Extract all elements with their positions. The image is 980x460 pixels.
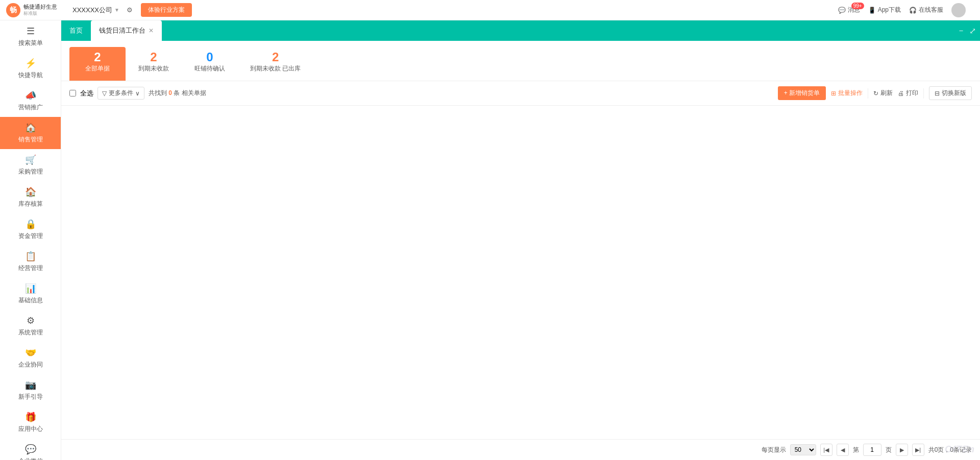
- per-page-select[interactable]: 50 100 200: [790, 444, 816, 455]
- search-menu-icon: ☰: [27, 26, 35, 37]
- toolbar-divider: [868, 88, 868, 99]
- total-label: 共0页，0条记录: [928, 446, 972, 454]
- tab-maximize-btn[interactable]: ⤢: [969, 26, 976, 36]
- tab-minimize-btn[interactable]: －: [957, 26, 965, 36]
- filter-icon: ▽: [102, 90, 107, 97]
- switch-version-btn[interactable]: ⊟ 切换新版: [929, 86, 972, 100]
- message-action[interactable]: 💬 消息 99+: [838, 6, 860, 14]
- toolbar-left: 全选 ▽ 更多条件 ∨ 共找到 0 条 相关单据: [69, 87, 772, 100]
- sidebar-item-beginner[interactable]: 📷 新手引导: [0, 374, 61, 406]
- top-header: 畅 畅捷通好生意 标准版 XXXXXX公司 ▼ ⚙ 体验行业方案 💬 消息 99…: [0, 0, 980, 20]
- filter-arrow: ∨: [135, 90, 140, 97]
- online-service-action[interactable]: 🎧 在线客服: [909, 6, 943, 14]
- found-prefix: 共找到: [149, 89, 167, 96]
- switch-icon: ⊟: [935, 90, 940, 97]
- stat-num-overdue-unpaid: 2: [138, 50, 169, 64]
- sidebar-item-operations[interactable]: 📋 经营管理: [0, 246, 61, 278]
- quick-nav-icon: ⚡: [25, 58, 36, 69]
- trial-btn[interactable]: 体验行业方案: [141, 3, 192, 17]
- company-name: XXXXXX公司: [72, 6, 112, 15]
- stat-card-overdue-unpaid[interactable]: 2 到期未收款: [126, 47, 182, 81]
- tab-workbench[interactable]: 钱货日清工作台 ✕: [91, 20, 162, 41]
- stat-num-wangpu: 0: [194, 50, 226, 64]
- sidebar-label-purchase: 采购管理: [18, 167, 43, 176]
- message-icon: 💬: [838, 7, 846, 14]
- sidebar-label-system: 系统管理: [18, 328, 43, 337]
- company-selector[interactable]: XXXXXX公司 ▼: [72, 6, 119, 15]
- wechat-icon: 💬: [25, 444, 36, 455]
- marketing-icon: 📣: [25, 90, 36, 101]
- stat-num-overdue-unshipped: 2: [250, 50, 301, 64]
- sidebar-item-basic-info[interactable]: 📊 基础信息: [0, 278, 61, 310]
- stat-num-all: 2: [82, 50, 113, 64]
- sidebar-item-purchase[interactable]: 🛒 采购管理: [0, 149, 61, 181]
- logo-sub: 标准版: [23, 10, 57, 17]
- sidebar-item-search-menu[interactable]: ☰ 搜索菜单: [0, 20, 61, 53]
- header-right: 💬 消息 99+ 📱 App下载 🎧 在线客服: [838, 3, 974, 17]
- new-sales-btn[interactable]: + 新增销货单: [778, 86, 826, 100]
- tab-bar: 首页 钱货日清工作台 ✕ － ⤢: [61, 20, 980, 41]
- sidebar-item-quick-nav[interactable]: ⚡ 快捷导航: [0, 53, 61, 85]
- layout: ☰ 搜索菜单 ⚡ 快捷导航 📣 营销推广 🏠 销售管理 🛒 采购管理 🏠 库存核…: [0, 20, 980, 460]
- sidebar: ☰ 搜索菜单 ⚡ 快捷导航 📣 营销推广 🏠 销售管理 🛒 采购管理 🏠 库存核…: [0, 20, 61, 460]
- settings-icon[interactable]: ⚙: [122, 3, 137, 17]
- tab-close-workbench[interactable]: ✕: [149, 27, 154, 34]
- next-page-btn[interactable]: ▶: [896, 444, 908, 456]
- toolbar-right: + 新增销货单 ⊞ 批量操作 ↻ 刷新 🖨 打印: [778, 86, 972, 100]
- print-btn[interactable]: 🖨 打印: [898, 89, 918, 98]
- content-area: 2 全部单据 2 到期未收款 0 旺铺待确认 2 到期未收款 已出库: [61, 41, 980, 460]
- page-input[interactable]: [863, 444, 881, 456]
- found-count: 0: [168, 89, 172, 96]
- per-page-label: 每页显示: [762, 446, 786, 454]
- toolbar-divider2: [923, 88, 924, 99]
- found-suffix: 条 相关单据: [174, 89, 206, 96]
- stat-card-wangpu[interactable]: 0 旺铺待确认: [182, 47, 238, 81]
- batch-action-btn[interactable]: ⊞ 批量操作: [831, 89, 863, 98]
- sidebar-label-basic-info: 基础信息: [18, 296, 43, 305]
- print-label: 打印: [906, 89, 918, 98]
- sidebar-item-wechat[interactable]: 💬 企业微信: [0, 439, 61, 460]
- print-icon: 🖨: [898, 90, 904, 97]
- sidebar-label-wechat: 企业微信: [18, 457, 43, 460]
- prev-page-btn[interactable]: ◀: [837, 444, 849, 456]
- online-service-icon: 🎧: [909, 7, 917, 14]
- sidebar-label-search-menu: 搜索菜单: [18, 39, 43, 47]
- online-service-label: 在线客服: [919, 6, 943, 14]
- app-download-action[interactable]: 📱 App下载: [868, 6, 901, 14]
- sidebar-item-marketing[interactable]: 📣 营销推广: [0, 85, 61, 117]
- sidebar-item-cooperation[interactable]: 🤝 企业协同: [0, 342, 61, 374]
- stat-card-all[interactable]: 2 全部单据: [69, 47, 126, 81]
- logo-icon: 畅: [6, 3, 20, 17]
- stat-label-wangpu: 旺铺待确认: [194, 64, 226, 73]
- sidebar-item-inventory[interactable]: 🏠 库存核算: [0, 181, 61, 213]
- filter-label: 更多条件: [109, 89, 133, 98]
- sidebar-item-sales[interactable]: 🏠 销售管理: [0, 117, 61, 149]
- inventory-icon: 🏠: [25, 186, 36, 198]
- first-page-btn[interactable]: |◀: [820, 444, 832, 456]
- page-label: 第: [853, 446, 859, 454]
- refresh-btn[interactable]: ↻ 刷新: [873, 89, 893, 98]
- select-all-checkbox[interactable]: [69, 90, 76, 96]
- avatar[interactable]: [951, 3, 966, 17]
- finance-icon: 🔒: [25, 219, 36, 230]
- sidebar-item-app-center[interactable]: 🎁 应用中心: [0, 406, 61, 439]
- sidebar-item-finance[interactable]: 🔒 资金管理: [0, 213, 61, 246]
- tab-home[interactable]: 首页: [61, 20, 91, 41]
- sidebar-item-system[interactable]: ⚙ 系统管理: [0, 310, 61, 342]
- sidebar-label-finance: 资金管理: [18, 232, 43, 240]
- tab-home-label: 首页: [69, 26, 83, 35]
- app-download-icon: 📱: [868, 7, 876, 14]
- message-badge: 99+: [851, 3, 864, 9]
- stat-card-overdue-unshipped[interactable]: 2 到期未收款 已出库: [238, 47, 313, 81]
- last-page-btn[interactable]: ▶|: [912, 444, 924, 456]
- app-center-icon: 🎁: [25, 411, 36, 423]
- basic-info-icon: 📊: [25, 283, 36, 294]
- app-download-label: App下载: [878, 6, 901, 14]
- select-all-label: 全选: [80, 89, 93, 98]
- stat-label-overdue-unpaid: 到期未收款: [138, 64, 169, 73]
- sidebar-label-cooperation: 企业协同: [18, 360, 43, 369]
- more-filter-btn[interactable]: ▽ 更多条件 ∨: [97, 87, 144, 100]
- stat-label-all: 全部单据: [82, 64, 113, 73]
- pagination: 每页显示 50 100 200 |◀ ◀ 第 页 ▶ ▶| 共0页，0条记录: [61, 439, 980, 460]
- cooperation-icon: 🤝: [25, 347, 36, 358]
